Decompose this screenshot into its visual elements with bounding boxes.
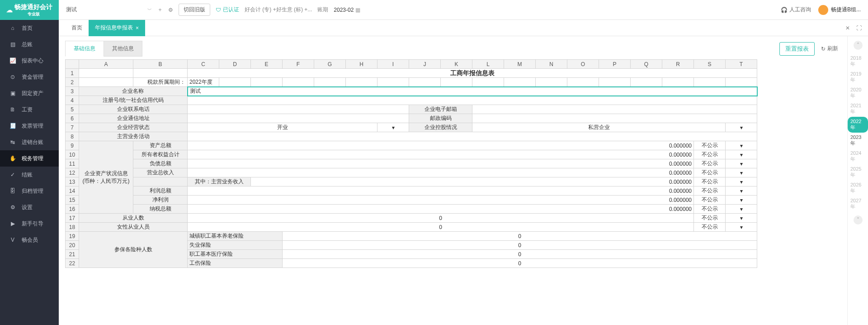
- spreadsheet-grid[interactable]: ABCDEFGHIJKLMNOPQRST1工商年报信息表2税款所属期间：2022…: [65, 59, 758, 268]
- tab-0[interactable]: 首页: [65, 20, 89, 36]
- refresh-button[interactable]: ↻ 刷新: [821, 45, 838, 53]
- row-header-5[interactable]: 5: [66, 105, 79, 114]
- business-status-select[interactable]: 开业: [188, 123, 377, 132]
- col-header-F[interactable]: F: [283, 60, 314, 69]
- year-2026年[interactable]: 2026年: [848, 180, 868, 196]
- col-header-T[interactable]: T: [726, 60, 757, 69]
- col-header-P[interactable]: P: [599, 60, 631, 69]
- sidebar-item-10[interactable]: 🗄归档管理: [0, 183, 59, 199]
- tab-1[interactable]: 年报信息申报表×: [89, 20, 145, 36]
- col-header-S[interactable]: S: [694, 60, 726, 69]
- sidebar-item-label: 发票管理: [22, 122, 43, 130]
- guide-icon: ▶: [9, 220, 16, 227]
- year-2023年[interactable]: 2023年: [848, 133, 868, 148]
- sidebar-item-4[interactable]: ▣固定资产: [0, 85, 59, 101]
- brand-logo: ☁ 畅捷通好会计 专业版: [0, 0, 59, 20]
- plus-icon[interactable]: ＋: [157, 6, 163, 14]
- col-header-D[interactable]: D: [219, 60, 251, 69]
- year-2019年[interactable]: 2019年: [848, 69, 868, 85]
- col-header-N[interactable]: N: [536, 60, 567, 69]
- sidebar-item-2[interactable]: 📈报表中心: [0, 53, 59, 69]
- row-header-7[interactable]: 7: [66, 123, 79, 132]
- row-header-18[interactable]: 18: [66, 223, 79, 232]
- row-header-14[interactable]: 14: [66, 186, 79, 196]
- year-2027年[interactable]: 2027年: [848, 196, 868, 212]
- ownership-select[interactable]: 私营企业: [472, 123, 726, 132]
- row-header-4[interactable]: 4: [66, 96, 79, 105]
- tab-close-icon[interactable]: ×: [136, 25, 139, 31]
- row-header-19[interactable]: 19: [66, 232, 79, 241]
- sidebar-item-8[interactable]: ✋税务管理: [0, 150, 59, 167]
- year-up-arrow[interactable]: ˄: [854, 41, 863, 50]
- company-name-cell[interactable]: 测试: [188, 87, 757, 96]
- row-header-21[interactable]: 21: [66, 250, 79, 259]
- fullscreen-icon[interactable]: ⛶: [856, 25, 862, 31]
- col-header-O[interactable]: O: [567, 60, 599, 69]
- year-2021年[interactable]: 2021年: [848, 101, 868, 117]
- sidebar-item-1[interactable]: ▤总账: [0, 36, 59, 53]
- subtab-0[interactable]: 基础信息: [65, 41, 104, 57]
- year-rail: ˄ 2018年2019年2020年2021年2022年2023年2024年202…: [847, 36, 868, 325]
- year-2020年[interactable]: 2020年: [848, 85, 868, 101]
- row-header-1[interactable]: 1: [66, 69, 79, 78]
- close-tab-icon[interactable]: ✕: [845, 25, 850, 31]
- year-down-arrow[interactable]: ˅: [854, 215, 863, 225]
- row-header-16[interactable]: 16: [66, 205, 79, 214]
- row-header-10[interactable]: 10: [66, 150, 79, 159]
- row-header-17[interactable]: 17: [66, 214, 79, 223]
- sidebar-item-11[interactable]: ⚙设置: [0, 199, 59, 215]
- sidebar-item-13[interactable]: V畅会员: [0, 232, 59, 248]
- reset-report-button[interactable]: 重置报表: [779, 42, 815, 56]
- year-2024年[interactable]: 2024年: [848, 148, 868, 164]
- sidebar-item-9[interactable]: ✓结账: [0, 167, 59, 183]
- year-2018年[interactable]: 2018年: [848, 53, 868, 69]
- col-header-G[interactable]: G: [314, 60, 346, 69]
- sheet-title: 工商年报信息表: [188, 69, 757, 78]
- sidebar-item-3[interactable]: ⊙资金管理: [0, 69, 59, 85]
- sidebar-item-7[interactable]: ↹进销台账: [0, 134, 59, 150]
- col-header-Q[interactable]: Q: [631, 60, 662, 69]
- col-header-C[interactable]: C: [188, 60, 219, 69]
- col-header-B[interactable]: B: [133, 60, 188, 69]
- col-header-L[interactable]: L: [472, 60, 504, 69]
- col-header-J[interactable]: J: [409, 60, 441, 69]
- row-header-20[interactable]: 20: [66, 241, 79, 250]
- row-header-22[interactable]: 22: [66, 259, 79, 268]
- sidebar-item-label: 畅会员: [22, 236, 38, 244]
- row-header-11[interactable]: 11: [66, 159, 79, 168]
- year-2025年[interactable]: 2025年: [848, 164, 868, 180]
- entity-selector[interactable]: 测试 ﹀: [66, 6, 152, 14]
- col-header-R[interactable]: R: [662, 60, 694, 69]
- row-header-3[interactable]: 3: [66, 87, 79, 96]
- sidebar-item-12[interactable]: ▶新手引导: [0, 215, 59, 232]
- nav-list: ⌂首页▤总账📈报表中心⊙资金管理▣固定资产🗎工资🧾发票管理↹进销台账✋税务管理✓…: [0, 20, 59, 248]
- sidebar-item-6[interactable]: 🧾发票管理: [0, 118, 59, 134]
- row-header-12[interactable]: 12: [66, 168, 79, 177]
- row-header-2[interactable]: 2: [66, 78, 79, 87]
- col-header-K[interactable]: K: [441, 60, 472, 69]
- entity-name: 测试: [66, 6, 77, 14]
- year-2022年[interactable]: 2022年: [848, 117, 868, 133]
- gear-icon[interactable]: ⚙: [168, 7, 173, 13]
- col-header-M[interactable]: M: [504, 60, 536, 69]
- sidebar-item-5[interactable]: 🗎工资: [0, 101, 59, 118]
- vip-icon: V: [9, 236, 16, 244]
- row-header-8[interactable]: 8: [66, 132, 79, 141]
- sidebar-item-label: 固定资产: [22, 90, 43, 97]
- row-header-9[interactable]: 9: [66, 141, 79, 150]
- col-header-A[interactable]: A: [79, 60, 133, 69]
- row-header-13[interactable]: 13: [66, 177, 79, 186]
- sidebar-item-0[interactable]: ⌂首页: [0, 20, 59, 36]
- col-header-H[interactable]: H: [346, 60, 377, 69]
- period-selector[interactable]: 2023-02 ▦: [334, 7, 360, 13]
- col-header-E[interactable]: E: [251, 60, 283, 69]
- archive-icon: 🗄: [9, 187, 16, 195]
- switch-old-version-button[interactable]: 切回旧版: [179, 4, 210, 16]
- user-menu[interactable]: 畅捷通B组...: [818, 5, 861, 15]
- r4-value[interactable]: [188, 96, 757, 105]
- row-header-15[interactable]: 15: [66, 196, 79, 205]
- support-link[interactable]: 🎧 人工咨询: [781, 6, 811, 14]
- col-header-I[interactable]: I: [377, 60, 409, 69]
- subtab-1[interactable]: 其他信息: [104, 41, 142, 57]
- row-header-6[interactable]: 6: [66, 114, 79, 123]
